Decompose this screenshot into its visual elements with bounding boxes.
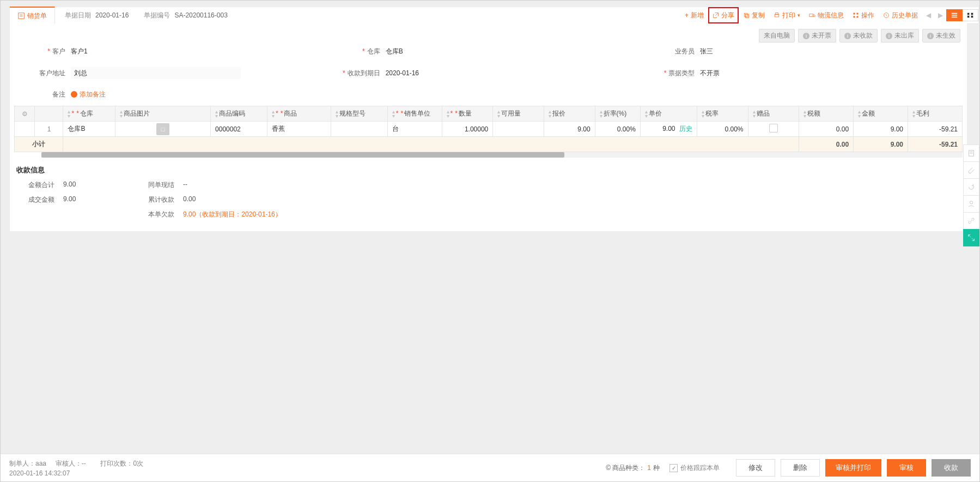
row-gift[interactable] xyxy=(748,122,799,137)
prev-doc-button[interactable]: ◀ xyxy=(922,11,934,19)
row-taxrate: 0.00% xyxy=(697,122,748,137)
svg-rect-7 xyxy=(857,13,859,15)
tag-stock: i未出库 xyxy=(881,29,919,43)
col-product[interactable]: ▴▾*商品 xyxy=(267,106,331,122)
svg-rect-13 xyxy=(967,16,969,17)
svg-rect-0 xyxy=(19,13,25,19)
paperclip-icon xyxy=(967,166,975,174)
rail-link-button[interactable] xyxy=(963,212,979,230)
items-table: ⚙ ▴▾*仓库 ▴▾商品图片 ▴▾商品编码 ▴▾*商品 ▴▾规格型号 ▴▾*销售… xyxy=(14,106,963,152)
operate-button[interactable]: 操作 xyxy=(848,8,879,23)
price-follow-checkbox[interactable]: ✓价格跟踪本单 xyxy=(669,463,720,473)
next-doc-button[interactable]: ▶ xyxy=(934,11,946,19)
sales-value[interactable]: 张三 xyxy=(700,47,713,56)
rail-refresh-button[interactable] xyxy=(963,178,979,196)
card-icon xyxy=(966,12,974,19)
col-available[interactable]: ▴▾可用量 xyxy=(493,106,544,122)
col-spec[interactable]: ▴▾规格型号 xyxy=(331,106,387,122)
horizontal-scrollbar[interactable] xyxy=(14,152,963,159)
col-quote[interactable]: ▴▾报价 xyxy=(544,106,595,122)
address-value[interactable]: 刘总 xyxy=(71,67,241,79)
tab-sales-order[interactable]: 销货单 xyxy=(10,7,55,24)
paid-value: 0.00 xyxy=(183,195,196,204)
order-icon xyxy=(17,12,25,20)
col-price[interactable]: ▴▾单价 xyxy=(640,106,697,122)
edit-button[interactable]: 修改 xyxy=(736,459,775,477)
plus-icon: + xyxy=(685,11,689,19)
right-rail xyxy=(963,145,978,246)
view-card-button[interactable] xyxy=(963,9,978,21)
audit-button[interactable]: 审核 xyxy=(887,459,926,477)
add-remark-button[interactable]: 添加备注 xyxy=(71,90,106,99)
sales-label: 业务员 xyxy=(646,47,695,56)
rail-expand-button[interactable] xyxy=(963,229,979,246)
print-button[interactable]: 打印 ▾ xyxy=(769,8,805,23)
subtotal-profit: -59.21 xyxy=(908,137,962,152)
tag-effect: i未生效 xyxy=(922,29,960,43)
rail-note-button[interactable] xyxy=(963,144,979,162)
rail-user-button[interactable] xyxy=(963,195,979,213)
footer-meta: 制单人：aaa 审核人：-- 打印次数：0次 2020-01-16 14:32:… xyxy=(9,459,143,477)
copy-button[interactable]: 复制 xyxy=(739,8,769,23)
price-history-link[interactable]: 历史 xyxy=(679,125,692,132)
footer-timestamp: 2020-01-16 14:32:07 xyxy=(9,469,143,477)
info-icon: i xyxy=(844,33,851,39)
col-taxamt[interactable]: ▴▾税额 xyxy=(799,106,854,122)
row-unit: 台 xyxy=(387,122,442,137)
link-icon xyxy=(967,217,975,225)
row-quote: 9.00 xyxy=(544,122,595,137)
new-button[interactable]: +新增 xyxy=(680,8,708,23)
list-icon xyxy=(951,12,958,19)
col-profit[interactable]: ▴▾毛利 xyxy=(908,106,962,122)
rail-attach-button[interactable] xyxy=(963,161,979,179)
col-image[interactable]: ▴▾商品图片 xyxy=(115,106,211,122)
col-discount[interactable]: ▴▾折率(%) xyxy=(595,106,640,122)
col-code[interactable]: ▴▾商品编码 xyxy=(211,106,267,122)
chevron-down-icon: ▾ xyxy=(798,13,800,18)
tag-invoice: i未开票 xyxy=(798,29,836,43)
col-warehouse[interactable]: ▴▾*仓库 xyxy=(63,106,115,122)
warehouse-value[interactable]: 仓库B xyxy=(386,47,403,56)
svg-rect-5 xyxy=(809,14,813,17)
toolbar: 销货单 单据日期2020-01-16 单据编号SA-20200116-003 +… xyxy=(10,7,978,24)
cash-value: -- xyxy=(183,180,187,190)
note-icon xyxy=(967,149,975,157)
customer-value[interactable]: 客户1 xyxy=(71,47,88,56)
collect-button[interactable]: 收款 xyxy=(932,459,971,477)
due-value[interactable]: 2020-01-16 xyxy=(386,69,419,77)
info-icon: i xyxy=(886,33,892,39)
row-index: 1 xyxy=(35,122,63,137)
col-taxrate[interactable]: ▴▾税率 xyxy=(697,106,748,122)
svg-rect-2 xyxy=(746,15,749,18)
view-list-button[interactable] xyxy=(946,9,963,21)
user-icon xyxy=(967,200,975,208)
share-button[interactable]: 分享 xyxy=(708,7,739,23)
svg-point-16 xyxy=(970,201,972,204)
copyright-icon: © xyxy=(606,464,611,472)
history-icon xyxy=(883,12,890,19)
col-amount[interactable]: ▴▾金额 xyxy=(854,106,908,122)
col-qty[interactable]: ▴▾*数量 xyxy=(442,106,493,122)
row-discount: 0.00% xyxy=(595,122,640,137)
col-settings[interactable]: ⚙ xyxy=(15,106,35,122)
total-amount: 9.00 xyxy=(63,180,76,190)
payment-title: 收款信息 xyxy=(16,165,960,175)
gear-icon: ⚙ xyxy=(22,110,28,118)
col-index xyxy=(35,106,63,122)
doc-date: 单据日期2020-01-16 xyxy=(65,11,129,20)
history-button[interactable]: 历史单据 xyxy=(879,8,922,23)
audit-print-button[interactable]: 审核并打印 xyxy=(825,459,881,477)
doc-number: 单据编号SA-20200116-003 xyxy=(144,11,227,20)
table-row[interactable]: 1 仓库B □ 0000002 香蕉 台 1.00000 9.00 0.00% … xyxy=(15,122,963,137)
row-spec xyxy=(331,122,387,137)
svg-rect-9 xyxy=(857,16,859,18)
logistics-button[interactable]: 物流信息 xyxy=(805,8,848,23)
col-gift[interactable]: ▴▾赠品 xyxy=(748,106,799,122)
image-icon: □ xyxy=(156,123,169,135)
subtotal-tax: 0.00 xyxy=(799,137,854,152)
row-product: 香蕉 xyxy=(267,122,331,137)
delete-button[interactable]: 删除 xyxy=(781,459,820,477)
voucher-value[interactable]: 不开票 xyxy=(700,69,720,78)
voucher-label: 票据类型 xyxy=(646,69,695,78)
col-unit[interactable]: ▴▾*销售单位 xyxy=(387,106,442,122)
